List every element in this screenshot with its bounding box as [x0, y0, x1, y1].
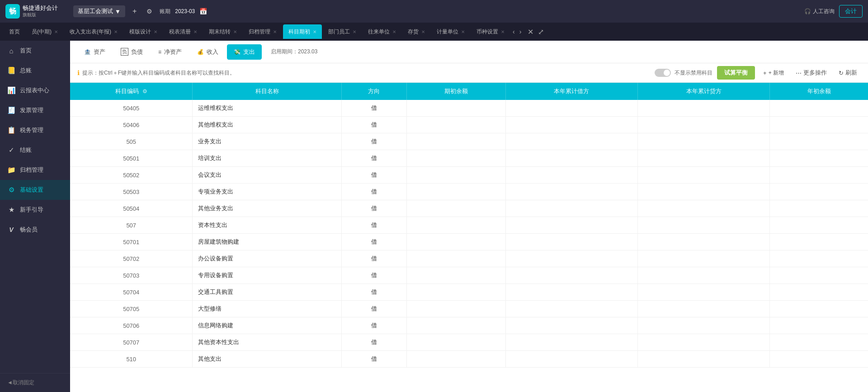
tab-prev-button[interactable]: ‹	[511, 27, 517, 36]
settings-icon[interactable]: ⚙	[144, 7, 155, 16]
tab-counterparty[interactable]: 往来单位 ✕	[363, 24, 401, 39]
add-company-button[interactable]: +	[130, 6, 139, 16]
tab-template[interactable]: 模版设计 ✕	[124, 24, 163, 39]
cell-balance	[407, 167, 505, 184]
member-icon: V	[7, 226, 15, 233]
table-row[interactable]: 50504 其他业务支出 借	[70, 200, 868, 217]
cell-ytd-credit	[638, 167, 770, 184]
table-row[interactable]: 50502 会议支出 借	[70, 167, 868, 184]
table-row[interactable]: 50706 信息网络购建 借	[70, 317, 868, 334]
table-row[interactable]: 50406 其他维权支出 借	[70, 117, 868, 133]
sidebar-item-archive[interactable]: 📁 归档管理	[0, 160, 70, 180]
cell-balance	[407, 317, 505, 334]
settings-icon: ⚙	[7, 186, 15, 194]
refresh-button[interactable]: ↻ 刷新	[835, 67, 861, 79]
cell-name: 其他资本性支出	[193, 334, 341, 351]
sidebar-item-settings[interactable]: ⚙ 基础设置	[0, 180, 70, 200]
close-icon[interactable]: ✕	[392, 29, 396, 34]
cell-name: 专用设备购置	[193, 267, 341, 284]
table-row[interactable]: 50707 其他资本性支出 借	[70, 334, 868, 351]
close-icon[interactable]: ✕	[193, 29, 197, 34]
close-icon[interactable]: ✕	[313, 29, 316, 34]
tab-currency[interactable]: 币种设置 ✕	[471, 24, 510, 39]
sub-tab-equity[interactable]: ≡ 净资产	[151, 44, 189, 60]
table-row[interactable]: 50503 专项业务支出 借	[70, 184, 868, 200]
cell-direction: 借	[341, 117, 407, 133]
cell-ytd-debit	[505, 284, 637, 301]
equity-icon: ≡	[158, 49, 161, 55]
tab-expand-button[interactable]: ⤢	[536, 27, 546, 37]
calendar-icon[interactable]: 📅	[199, 8, 207, 15]
table-row[interactable]: 507 资本性支出 借	[70, 217, 868, 234]
period-info: 启用期间：2023.03	[271, 48, 317, 56]
more-actions-button[interactable]: ⋯ 更多操作	[792, 67, 830, 79]
tab-home[interactable]: 首页	[4, 24, 25, 39]
hint-text: 提示：按Ctrl＋F键并输入科目编码或者科目名称可以查找科目。	[82, 69, 235, 77]
sidebar-collapse-button[interactable]: ◄取消固定	[0, 373, 70, 392]
logo-sub: 旗舰版	[23, 12, 58, 18]
cell-ytd-debit	[505, 317, 637, 334]
cell-name: 培训支出	[193, 150, 341, 167]
sidebar-item-reports[interactable]: 📊 云报表中心	[0, 80, 70, 100]
close-icon[interactable]: ✕	[461, 29, 465, 34]
sidebar-item-guide[interactable]: ★ 新手引导	[0, 200, 70, 220]
close-icon[interactable]: ✕	[233, 29, 237, 34]
tab-tax-list[interactable]: 税表清册 ✕	[164, 24, 203, 39]
table-row[interactable]: 50501 培训支出 借	[70, 150, 868, 167]
sub-tab-liabilities[interactable]: 负 负债	[114, 44, 150, 60]
table-row[interactable]: 50701 房屋建筑物购建 借	[70, 234, 868, 250]
sidebar-item-member[interactable]: V 畅会员	[0, 220, 70, 240]
cell-name: 业务支出	[193, 133, 341, 150]
tab-dept-staff[interactable]: 部门员工 ✕	[323, 24, 362, 39]
tab-subject-init[interactable]: 科目期初 ✕	[283, 24, 322, 39]
table-row[interactable]: 505 业务支出 借	[70, 133, 868, 150]
more-label: 更多操作	[803, 69, 827, 77]
sub-tab-expenses[interactable]: 💸 支出	[227, 44, 262, 60]
service-button[interactable]: 🎧 人工咨询	[804, 8, 835, 15]
cell-name: 会议支出	[193, 167, 341, 184]
sidebar-item-invoice[interactable]: 🧾 发票管理	[0, 100, 70, 120]
tab-unit[interactable]: 计量单位 ✕	[431, 24, 470, 39]
table-row[interactable]: 50704 交通工具购置 借	[70, 284, 868, 301]
company-selector[interactable]: 基层工会测试 ▼	[73, 5, 125, 17]
table-row[interactable]: 50702 办公设备购置 借	[70, 250, 868, 267]
close-icon[interactable]: ✕	[54, 29, 58, 34]
balance-button[interactable]: 试算平衡	[717, 66, 755, 80]
tab-period-close[interactable]: 期末结转 ✕	[203, 24, 242, 39]
add-button[interactable]: + + 新增	[760, 67, 788, 79]
tab-midterm[interactable]: 员(中期) ✕	[26, 24, 63, 39]
tab-inventory[interactable]: 存货 ✕	[402, 24, 430, 39]
cell-year-balance	[770, 217, 868, 234]
cell-direction: 借	[341, 217, 407, 234]
sidebar-item-ledger[interactable]: 📒 总账	[0, 61, 70, 80]
table-row[interactable]: 50705 大型修缮 借	[70, 301, 868, 317]
close-icon[interactable]: ✕	[421, 29, 425, 34]
tab-next-button[interactable]: ›	[518, 27, 524, 36]
cell-balance	[407, 200, 505, 217]
sub-tab-income[interactable]: 💰 收入	[190, 44, 225, 60]
close-icon[interactable]: ✕	[273, 29, 277, 34]
ledger-icon: 📒	[7, 66, 15, 75]
tab-close-all-button[interactable]: ✕	[526, 27, 535, 37]
sub-tab-assets[interactable]: 🏦 资产	[77, 44, 112, 60]
table-row[interactable]: 50703 专用设备购置 借	[70, 267, 868, 284]
sidebar-item-home[interactable]: ⌂ 首页	[0, 41, 70, 61]
cell-ytd-credit	[638, 117, 770, 133]
close-icon[interactable]: ✕	[154, 29, 157, 34]
table-row[interactable]: 50405 运维维权支出 借	[70, 100, 868, 117]
table-row[interactable]: 510 其他支出 借	[70, 351, 868, 368]
account-button[interactable]: 会计	[839, 5, 863, 18]
sidebar-item-tax[interactable]: 📋 税务管理	[0, 120, 70, 140]
tab-annual-report[interactable]: 收入支出表(年报) ✕	[64, 24, 123, 39]
sidebar-item-label: 发票管理	[20, 106, 43, 114]
col-settings-icon[interactable]: ⚙	[142, 88, 147, 94]
cell-ytd-credit	[638, 334, 770, 351]
subjects-table: 科目编码 ⚙ 科目名称 方向 期初余额 本年累计借方 本年累计贷方 年初余额 5…	[70, 83, 868, 368]
tab-archive[interactable]: 归档管理 ✕	[243, 24, 282, 39]
sidebar-item-close[interactable]: ✓ 结账	[0, 140, 70, 160]
close-icon[interactable]: ✕	[501, 29, 505, 34]
show-disabled-toggle[interactable]	[655, 69, 671, 77]
close-icon[interactable]: ✕	[353, 29, 356, 34]
close-icon[interactable]: ✕	[114, 29, 118, 34]
cell-ytd-debit	[505, 117, 637, 133]
